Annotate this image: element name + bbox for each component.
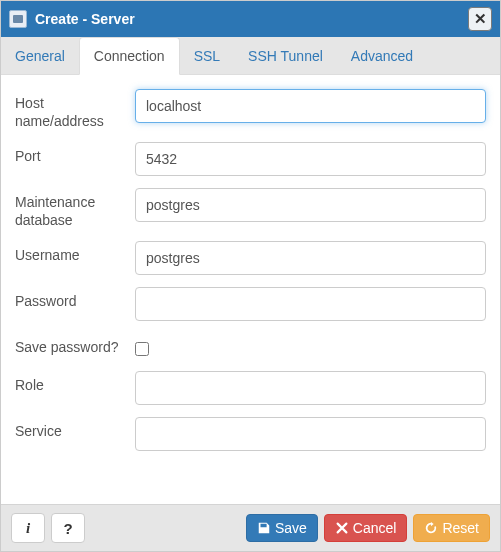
help-button[interactable]: ? bbox=[51, 513, 85, 543]
dialog-footer: i ? Save Cancel Reset bbox=[1, 504, 500, 551]
tab-ssl[interactable]: SSL bbox=[180, 38, 234, 74]
service-input[interactable] bbox=[135, 417, 486, 451]
label-save-password: Save password? bbox=[15, 333, 135, 357]
username-input[interactable] bbox=[135, 241, 486, 275]
reset-button[interactable]: Reset bbox=[413, 514, 490, 542]
save-button[interactable]: Save bbox=[246, 514, 318, 542]
row-service: Service bbox=[15, 417, 486, 451]
reset-button-label: Reset bbox=[442, 521, 479, 535]
row-password: Password bbox=[15, 287, 486, 321]
save-icon bbox=[257, 521, 271, 535]
label-port: Port bbox=[15, 142, 135, 166]
save-button-label: Save bbox=[275, 521, 307, 535]
tab-general[interactable]: General bbox=[1, 38, 79, 74]
cancel-button[interactable]: Cancel bbox=[324, 514, 408, 542]
titlebar: Create - Server ✕ bbox=[1, 1, 500, 37]
role-input[interactable] bbox=[135, 371, 486, 405]
tab-ssh-tunnel[interactable]: SSH Tunnel bbox=[234, 38, 337, 74]
row-role: Role bbox=[15, 371, 486, 405]
row-port: Port bbox=[15, 142, 486, 176]
row-maintenance-db: Maintenance database bbox=[15, 188, 486, 229]
label-role: Role bbox=[15, 371, 135, 395]
tab-bar: General Connection SSL SSH Tunnel Advanc… bbox=[1, 37, 500, 75]
label-username: Username bbox=[15, 241, 135, 265]
row-username: Username bbox=[15, 241, 486, 275]
window-title: Create - Server bbox=[35, 11, 468, 27]
password-input[interactable] bbox=[135, 287, 486, 321]
tab-connection[interactable]: Connection bbox=[79, 37, 180, 75]
port-input[interactable] bbox=[135, 142, 486, 176]
info-button[interactable]: i bbox=[11, 513, 45, 543]
row-save-password: Save password? bbox=[15, 333, 486, 359]
reset-icon bbox=[424, 521, 438, 535]
footer-right: Save Cancel Reset bbox=[246, 514, 490, 542]
maintenance-db-input[interactable] bbox=[135, 188, 486, 222]
cancel-button-label: Cancel bbox=[353, 521, 397, 535]
footer-left: i ? bbox=[11, 513, 85, 543]
create-server-dialog: Create - Server ✕ General Connection SSL… bbox=[0, 0, 501, 552]
label-maintenance-db: Maintenance database bbox=[15, 188, 135, 229]
cancel-icon bbox=[335, 521, 349, 535]
form-body: Host name/address Port Maintenance datab… bbox=[1, 75, 500, 504]
tab-advanced[interactable]: Advanced bbox=[337, 38, 427, 74]
label-service: Service bbox=[15, 417, 135, 441]
help-icon: ? bbox=[63, 521, 72, 536]
save-password-checkbox[interactable] bbox=[135, 342, 149, 356]
label-password: Password bbox=[15, 287, 135, 311]
close-button[interactable]: ✕ bbox=[468, 7, 492, 31]
label-host: Host name/address bbox=[15, 89, 135, 130]
close-icon: ✕ bbox=[474, 10, 487, 28]
host-input[interactable] bbox=[135, 89, 486, 123]
server-icon bbox=[9, 10, 27, 28]
row-host: Host name/address bbox=[15, 89, 486, 130]
info-icon: i bbox=[26, 521, 30, 536]
